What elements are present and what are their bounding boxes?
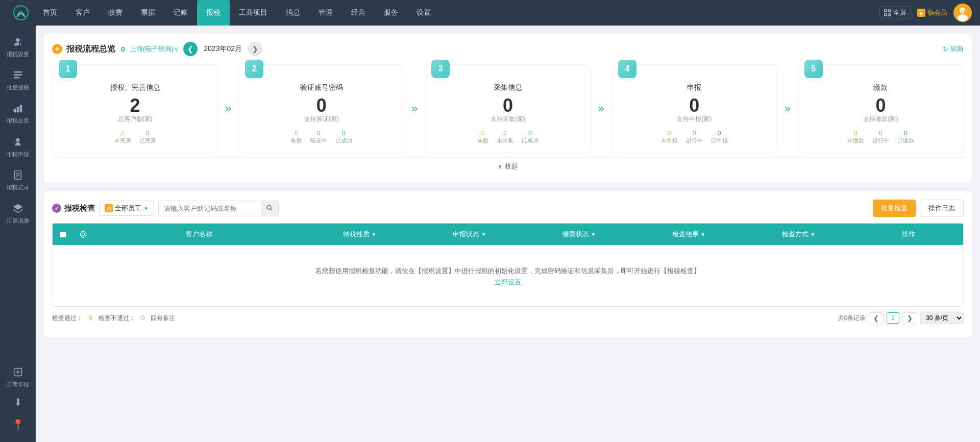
batch-check-button[interactable]: 批量检查	[873, 200, 916, 217]
th-check-method: 检查方式 ▼	[744, 224, 853, 245]
svg-point-22	[121, 47, 125, 51]
step-1-stat-0-label: 未完善	[114, 137, 131, 144]
step-1-stat-1-val: 0	[146, 130, 150, 137]
location-selector[interactable]: 上海(电子税局)∨	[119, 44, 179, 54]
sidebar-label-gongshang: 工商年报	[7, 381, 29, 388]
sidebar-item-jilu[interactable]: 报税记录	[0, 163, 36, 196]
pass-count[interactable]: 0	[89, 314, 92, 322]
location-icon[interactable]: 📍	[9, 415, 27, 434]
check-icon: ✓	[52, 204, 61, 213]
sidebar-item-piliang[interactable]: 批量报税	[0, 63, 36, 96]
nav-bookkeeping[interactable]: 记账	[164, 0, 197, 26]
page-size-select[interactable]: 30 条/页 50 条/页 100 条/页	[920, 312, 964, 324]
step-2-number: 2	[245, 60, 263, 78]
fail-label: 检查不通过：	[99, 314, 135, 323]
th-pay-status: 缴费状态 ▼	[524, 224, 634, 245]
vip-button[interactable]: ▶ 畅会员	[917, 8, 947, 17]
table-header: 客户名称 纳税性质 ▼ 申报状态 ▼ 缴费状态 ▼ 检查	[53, 224, 963, 245]
customer-search	[158, 201, 279, 216]
svg-rect-1	[885, 10, 887, 12]
current-page: 1	[887, 312, 899, 324]
sidebar-item-zonglan[interactable]: 报税总览	[0, 96, 36, 129]
step-4-count: 0	[689, 96, 699, 115]
nav-business[interactable]: 工商项目	[230, 0, 277, 26]
step-3-stat-1: 0 未采集	[497, 130, 513, 144]
next-page-button[interactable]: ❯	[902, 312, 917, 324]
annual-report-icon	[11, 365, 25, 379]
nav-settings[interactable]: 设置	[407, 0, 440, 26]
th-tax-type: 纳税性质 ▼	[305, 224, 414, 245]
nav-invoice[interactable]: 票据	[132, 0, 164, 26]
tax-record-icon	[11, 168, 25, 182]
step-3-collect: 3 采集信息 0 支持采集(家) 0 失败 0 未采集	[425, 64, 591, 153]
search-button[interactable]	[261, 201, 278, 216]
download-icon[interactable]: ⬇	[9, 393, 27, 411]
step-3-title: 采集信息	[494, 83, 522, 92]
card-header: + 报税流程总览 上海(电子税局)∨ ❮ 2023年02月 ❯ ↻ 刷新	[52, 42, 964, 56]
sidebar-item-baoshuishezhi[interactable]: 报税设置	[0, 30, 36, 63]
refresh-button[interactable]: ↻ 刷新	[943, 44, 964, 54]
nav-right: 全屏 ▶ 畅会员 iTA	[879, 4, 972, 22]
sidebar-label-baoshuishezhi: 报税设置	[7, 51, 29, 58]
search-input[interactable]	[159, 202, 261, 215]
svg-point-19	[16, 138, 19, 141]
step-4-unit: 支持申报(家)	[677, 115, 712, 124]
step-5-stat-2: 0 已缴款	[897, 130, 914, 144]
user-avatar[interactable]: iTA	[953, 4, 972, 22]
nav-fee[interactable]: 收费	[99, 0, 132, 26]
nav-items: 首页 客户 收费 票据 记账 报税 工商项目 消息 管理 经营 服务 设置	[34, 0, 879, 26]
arrow-3-4: »	[591, 64, 611, 153]
nav-management[interactable]: 管理	[309, 0, 342, 26]
nav-service[interactable]: 服务	[375, 0, 407, 26]
section-header: ✓ 报税检查 员 全部员工 ▼	[52, 200, 964, 217]
fullscreen-button[interactable]: 全屏	[879, 6, 911, 19]
prev-month-button[interactable]: ❮	[183, 42, 198, 56]
svg-rect-17	[17, 107, 19, 113]
sidebar-item-huisuan[interactable]: 汇算清缴	[0, 196, 36, 229]
step-1-stat-0: 2 未完善	[114, 130, 131, 144]
th-check-result: 检查结果 ▼	[634, 224, 744, 245]
nav-customer[interactable]: 客户	[66, 0, 99, 26]
employee-filter[interactable]: 员 全部员工 ▼	[99, 201, 154, 216]
nav-home[interactable]: 首页	[34, 0, 66, 26]
svg-point-23	[267, 205, 271, 209]
nav-operation[interactable]: 经营	[342, 0, 375, 26]
operation-log-button[interactable]: 操作日志	[920, 200, 964, 217]
nav-message[interactable]: 消息	[277, 0, 309, 26]
current-month: 2023年02月	[204, 44, 242, 54]
svg-point-11	[16, 38, 19, 42]
svg-rect-14	[14, 74, 22, 76]
sidebar-item-gongshang[interactable]: 工商年报	[0, 360, 36, 393]
svg-text:iTA: iTA	[959, 9, 966, 15]
fail-count[interactable]: 0	[141, 314, 145, 322]
setup-link[interactable]: 立即设置	[495, 278, 521, 287]
sidebar-label-jilu: 报税记录	[7, 184, 29, 191]
personal-tax-icon	[11, 135, 25, 149]
sidebar-label-geshuishenbao: 个税申报	[7, 151, 29, 158]
tax-settings-icon	[11, 35, 25, 49]
prev-page-button[interactable]: ❮	[869, 312, 884, 324]
step-3-stat-2: 0 已成功	[522, 130, 538, 144]
nav-tax[interactable]: 报税	[197, 0, 230, 26]
step-3-count: 0	[503, 96, 513, 115]
step-3-number: 3	[431, 60, 450, 78]
step-4-number: 4	[618, 60, 636, 78]
sidebar-item-geshuishenbao[interactable]: 个税申报	[0, 130, 36, 163]
main-layout: 报税设置 批量报税 报税总览 个税申报 报税记录	[0, 26, 980, 442]
select-all-checkbox[interactable]	[60, 231, 66, 238]
next-month-button[interactable]: ❯	[248, 42, 262, 56]
step-5-pay: 5 缴款 0 支持缴款(家) 0 未缴款 0 进行中	[798, 64, 964, 153]
tax-check-card: ✓ 报税检查 员 全部员工 ▼	[44, 191, 972, 337]
th-customer-name: 客户名称	[93, 224, 305, 245]
step-1-unit: 总客户数(家)	[118, 115, 153, 124]
table-footer: 检查通过： 0 检查不通过： 0 囧有备注 共0条记录 ❮ 1 ❯ 30 条/页…	[52, 307, 964, 329]
collapse-button[interactable]: ∧ 收起	[52, 157, 964, 175]
step-5-unit: 支持缴款(家)	[863, 115, 898, 124]
tax-check-table: 客户名称 纳税性质 ▼ 申报状态 ▼ 缴费状态 ▼ 检查	[52, 223, 964, 307]
step-1-stat-0-val: 2	[121, 130, 125, 137]
step-5-number: 5	[804, 60, 823, 78]
step-5-stat-0: 0 未缴款	[847, 130, 864, 144]
step-1-title: 授权、完善信息	[110, 83, 160, 92]
process-title: 报税流程总览	[66, 44, 115, 55]
step-4-stat-0: 0 未申报	[661, 130, 678, 144]
